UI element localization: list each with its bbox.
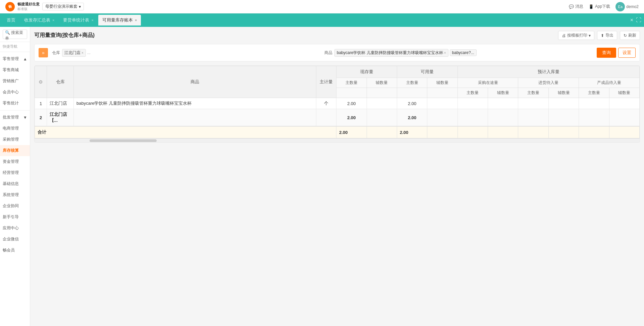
sidebar-search-area: 🔍 搜索菜单 [0, 27, 30, 42]
brand-name: 畅捷通好生意 [17, 2, 40, 7]
sidebar-item-marketing[interactable]: 营销推广 [0, 76, 30, 87]
footer-label: 合计 [35, 126, 336, 138]
industry-selector[interactable]: 母婴行业演示账套 ▾ [42, 3, 84, 10]
sidebar-divider2 [0, 110, 30, 110]
sidebar-item-enterprise-wechat[interactable]: 企业微信 [0, 234, 30, 245]
available-aux-qty-header: 辅数量 [427, 78, 458, 88]
logo-icon: 畅 [5, 2, 15, 11]
sidebar-item-newbie[interactable]: 新手引导 [0, 212, 30, 223]
search-menu-button[interactable]: 🔍 搜索菜单 [3, 30, 27, 39]
page-title: 可用量查询(按仓库+商品) [34, 32, 95, 39]
sidebar-item-ecommerce[interactable]: 电商管理 [0, 123, 30, 134]
tab-home[interactable]: 首页 [3, 15, 19, 26]
ph4 [427, 88, 458, 98]
product-tag-2[interactable]: babycare?... [450, 49, 477, 56]
row1-purchase-main [458, 98, 488, 109]
row2-purchase-main [458, 109, 488, 127]
footer-available-aux [427, 126, 458, 138]
warehouse-tag[interactable]: 江北门店 × [62, 49, 86, 57]
export-button[interactable]: ⬆ 导出 [597, 31, 617, 40]
sidebar-item-batch[interactable]: 批发管理 ▼ [0, 112, 30, 123]
row2-available-main: 2.00 [397, 109, 427, 127]
message-icon: 💬 [569, 4, 574, 9]
purchase-aux-header: 辅数量 [488, 88, 518, 98]
row1-unit: 个 [316, 98, 336, 109]
filter-toggle-button[interactable]: » [39, 48, 48, 57]
refresh-button[interactable]: ↻ 刷新 [620, 31, 640, 40]
printer-icon: 🖨 [562, 33, 566, 38]
footer-purchase-main [458, 126, 488, 138]
sidebar-item-zero-stat[interactable]: 零售统计 [0, 98, 30, 109]
incoming-header: 进货待入量 [518, 78, 579, 88]
table-row: 1 江北门店 babycare学饮杯 儿童防摔防撞吸管杯重力球吸嘴杯宝宝水杯 个… [35, 98, 640, 109]
quick-nav-label: 快捷导航 [0, 42, 30, 50]
product-tag-1[interactable]: babycare学饮杯 儿童防摔防撞吸管杯重力球吸嘴杯宝宝水杯 × [334, 49, 448, 57]
tab-close-demand[interactable]: × [91, 18, 93, 22]
footer-available-main: 2.00 [397, 126, 427, 138]
row2-product [74, 109, 316, 127]
table-row: 2 江北门店【... 2.00 2.00 [35, 109, 640, 127]
tab-available[interactable]: 可用量库存账本 × [98, 15, 141, 26]
refresh-icon: ↻ [624, 33, 627, 38]
fullscreen-button[interactable]: ⛶ [636, 17, 641, 23]
sidebar-item-zero-sales[interactable]: 零售管理 ▲ [0, 53, 30, 64]
incoming-aux-header: 辅数量 [548, 88, 579, 98]
filter-actions: 查询 设置 [597, 48, 636, 58]
close-all-tabs-button[interactable]: × [630, 17, 633, 23]
purchase-main-header: 主数量 [458, 88, 488, 98]
sidebar-item-inventory[interactable]: 库存核算 [0, 145, 30, 156]
filter-row: » 仓库 江北门店 × ... 商品 babycare学饮杯 儿童防摔防撞吸管杯… [34, 44, 640, 61]
product-filter-group: 商品 babycare学饮杯 儿童防摔防撞吸管杯重力球吸嘴杯宝宝水杯 × bab… [324, 49, 593, 57]
current-aux-qty-header: 辅数量 [367, 78, 397, 88]
sidebar-item-zero-shop[interactable]: 零售商城 [0, 64, 30, 76]
warehouse-ellipsis[interactable]: ... [87, 50, 91, 55]
tab-receivable[interactable]: 收发存汇总表 × [20, 15, 58, 26]
available-header: 可用量 [397, 66, 458, 78]
current-main-qty-header: 主数量 [336, 78, 367, 88]
production-header: 产成品待入量 [579, 78, 640, 88]
tab-bar-actions: × ⛶ [630, 17, 641, 23]
available-main-qty-header: 主数量 [397, 78, 427, 88]
footer-incoming-main [518, 126, 548, 138]
tab-close-available[interactable]: × [135, 18, 137, 22]
user-menu[interactable]: Ea demo2 [615, 2, 639, 11]
query-button[interactable]: 查询 [597, 48, 616, 58]
edition-label: 标准版 [17, 7, 40, 11]
template-print-button[interactable]: 🖨 按模板打印 ▾ [558, 31, 594, 40]
production-main-header: 主数量 [579, 88, 609, 98]
tab-demand[interactable]: 要货单统计表 × [59, 15, 97, 26]
tab-close-receivable[interactable]: × [52, 18, 54, 22]
sidebar-item-enterprise[interactable]: 企业协同 [0, 200, 30, 212]
warehouse-header: 仓库 [47, 66, 74, 98]
page-actions: 🖨 按模板打印 ▾ ⬆ 导出 ↻ 刷新 [558, 31, 640, 40]
sidebar-item-operation[interactable]: 经营管理 [0, 167, 30, 178]
sidebar-item-member[interactable]: 会员中心 [0, 87, 30, 98]
warehouse-tag-close[interactable]: × [82, 51, 84, 55]
sidebar-item-app-center[interactable]: 应用中心 [0, 223, 30, 234]
settings-header: ⚙ [35, 66, 47, 98]
table-settings-icon[interactable]: ⚙ [39, 79, 43, 85]
row1-incoming-main [518, 98, 548, 109]
message-button[interactable]: 💬 消息 [569, 4, 583, 9]
row2-production-aux [609, 109, 639, 127]
product-tag1-close[interactable]: × [444, 51, 446, 55]
footer-current-aux [367, 126, 397, 138]
sidebar-item-purchase[interactable]: 采购管理 [0, 134, 30, 145]
top-bar-right: 💬 消息 📱 App下载 Ea demo2 [569, 2, 639, 11]
row2-index: 2 [35, 109, 47, 127]
sidebar-item-finance[interactable]: 资金管理 [0, 156, 30, 167]
main-layout: 🔍 搜索菜单 快捷导航 零售管理 ▲ 零售商城 营销推广 会员中心 零售统计 批… [0, 27, 644, 326]
incoming-main-header: 主数量 [518, 88, 548, 98]
chevron-icon: ▲ [23, 57, 27, 61]
warehouse-label: 仓库 [52, 50, 60, 56]
footer-production-main [579, 126, 609, 138]
ph3 [397, 88, 427, 98]
setting-button[interactable]: 设置 [618, 48, 636, 58]
app-download-button[interactable]: 📱 App下载 [589, 4, 610, 9]
row1-purchase-aux [488, 98, 518, 109]
horizontal-scrollbar[interactable] [35, 138, 640, 142]
sidebar-item-basic[interactable]: 基础信息 [0, 178, 30, 189]
sidebar-item-member2[interactable]: 畅会员 [0, 245, 30, 256]
sidebar-item-system[interactable]: 系统管理 [0, 189, 30, 200]
scroll-thumb[interactable] [90, 139, 157, 142]
